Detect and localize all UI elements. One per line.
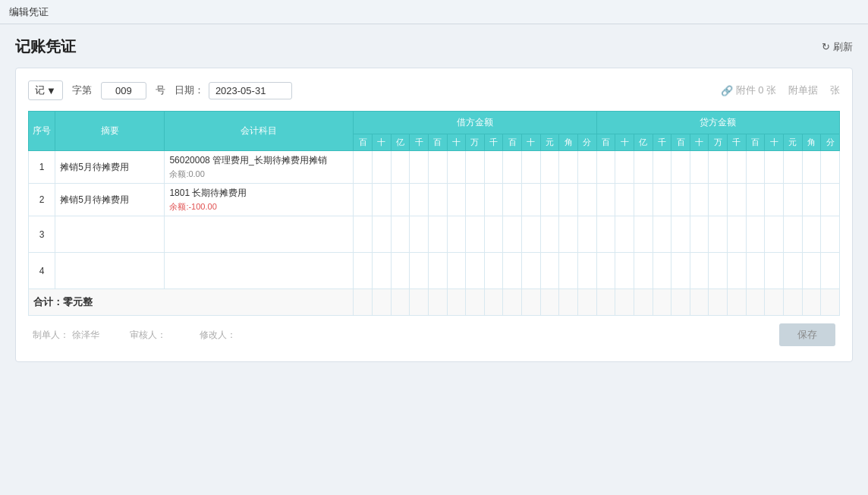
debit-digit-cell[interactable] <box>354 253 373 289</box>
debit-digit-cell[interactable] <box>410 151 429 184</box>
debit-digit-cell[interactable] <box>503 253 522 289</box>
credit-digit-cell[interactable] <box>615 151 634 184</box>
credit-digit-cell[interactable] <box>615 184 634 216</box>
credit-digit-cell[interactable] <box>709 151 728 184</box>
credit-digit-cell[interactable] <box>746 151 765 184</box>
debit-digit-cell[interactable] <box>466 253 485 289</box>
debit-digit-cell[interactable] <box>466 151 485 184</box>
debit-digit-cell[interactable] <box>484 253 503 289</box>
debit-digit-cell[interactable] <box>447 216 466 253</box>
debit-digit-cell[interactable] <box>410 216 429 253</box>
debit-digit-cell[interactable] <box>522 184 541 216</box>
credit-digit-cell[interactable] <box>765 151 784 184</box>
voucher-type-button[interactable]: 记 ▼ <box>28 80 63 100</box>
debit-digit-cell[interactable] <box>354 184 373 216</box>
credit-digit-cell[interactable] <box>728 184 747 216</box>
cell-account[interactable] <box>165 216 354 253</box>
debit-digit-cell[interactable] <box>577 184 596 216</box>
debit-digit-cell[interactable] <box>354 216 373 253</box>
debit-digit-cell[interactable] <box>484 151 503 184</box>
credit-digit-cell[interactable] <box>615 216 634 253</box>
credit-digit-cell[interactable] <box>746 216 765 253</box>
debit-digit-cell[interactable] <box>484 184 503 216</box>
cell-summary[interactable]: 摊销5月待摊费用 <box>55 184 165 216</box>
credit-digit-cell[interactable] <box>690 184 709 216</box>
credit-digit-cell[interactable] <box>765 184 784 216</box>
debit-digit-cell[interactable] <box>466 184 485 216</box>
credit-digit-cell[interactable] <box>634 216 653 253</box>
credit-digit-cell[interactable] <box>671 253 690 289</box>
credit-digit-cell[interactable] <box>690 216 709 253</box>
debit-digit-cell[interactable] <box>503 151 522 184</box>
save-button[interactable]: 保存 <box>779 323 835 346</box>
debit-digit-cell[interactable] <box>372 151 391 184</box>
credit-digit-cell[interactable] <box>728 216 747 253</box>
credit-digit-cell[interactable] <box>709 216 728 253</box>
cell-account[interactable]: 1801 长期待摊费用余额:-100.00 <box>165 184 354 216</box>
credit-digit-cell[interactable] <box>634 253 653 289</box>
credit-digit-cell[interactable] <box>784 216 803 253</box>
debit-digit-cell[interactable] <box>391 184 410 216</box>
cell-summary[interactable]: 摊销5月待摊费用 <box>55 151 165 184</box>
voucher-number-input[interactable] <box>101 82 146 99</box>
credit-digit-cell[interactable] <box>821 253 840 289</box>
debit-digit-cell[interactable] <box>391 216 410 253</box>
credit-digit-cell[interactable] <box>784 253 803 289</box>
credit-digit-cell[interactable] <box>634 184 653 216</box>
debit-digit-cell[interactable] <box>522 216 541 253</box>
debit-digit-cell[interactable] <box>540 184 559 216</box>
debit-digit-cell[interactable] <box>410 184 429 216</box>
debit-digit-cell[interactable] <box>540 253 559 289</box>
debit-digit-cell[interactable] <box>559 184 578 216</box>
credit-digit-cell[interactable] <box>653 151 671 184</box>
credit-digit-cell[interactable] <box>596 253 615 289</box>
credit-digit-cell[interactable] <box>690 253 709 289</box>
credit-digit-cell[interactable] <box>746 184 765 216</box>
credit-digit-cell[interactable] <box>634 151 653 184</box>
date-input[interactable] <box>209 82 292 99</box>
debit-digit-cell[interactable] <box>540 216 559 253</box>
debit-digit-cell[interactable] <box>577 216 596 253</box>
debit-digit-cell[interactable] <box>503 184 522 216</box>
debit-digit-cell[interactable] <box>559 216 578 253</box>
cell-account[interactable]: 56020008 管理费用_长期待摊费用摊销余额:0.00 <box>165 151 354 184</box>
debit-digit-cell[interactable] <box>428 151 447 184</box>
credit-digit-cell[interactable] <box>671 216 690 253</box>
cell-summary[interactable] <box>55 253 165 289</box>
credit-digit-cell[interactable] <box>821 151 840 184</box>
credit-digit-cell[interactable] <box>728 253 747 289</box>
credit-digit-cell[interactable] <box>765 216 784 253</box>
credit-digit-cell[interactable] <box>784 184 803 216</box>
debit-digit-cell[interactable] <box>466 216 485 253</box>
debit-digit-cell[interactable] <box>428 216 447 253</box>
debit-digit-cell[interactable] <box>447 253 466 289</box>
debit-digit-cell[interactable] <box>577 151 596 184</box>
debit-digit-cell[interactable] <box>372 184 391 216</box>
credit-digit-cell[interactable] <box>671 184 690 216</box>
credit-digit-cell[interactable] <box>802 216 821 253</box>
credit-digit-cell[interactable] <box>653 216 671 253</box>
debit-digit-cell[interactable] <box>522 253 541 289</box>
credit-digit-cell[interactable] <box>596 216 615 253</box>
cell-account[interactable] <box>165 253 354 289</box>
credit-digit-cell[interactable] <box>821 216 840 253</box>
credit-digit-cell[interactable] <box>709 184 728 216</box>
credit-digit-cell[interactable] <box>709 253 728 289</box>
debit-digit-cell[interactable] <box>391 253 410 289</box>
debit-digit-cell[interactable] <box>559 151 578 184</box>
debit-digit-cell[interactable] <box>428 184 447 216</box>
credit-digit-cell[interactable] <box>728 151 747 184</box>
debit-digit-cell[interactable] <box>372 216 391 253</box>
debit-digit-cell[interactable] <box>410 253 429 289</box>
credit-digit-cell[interactable] <box>802 253 821 289</box>
debit-digit-cell[interactable] <box>447 184 466 216</box>
debit-digit-cell[interactable] <box>391 151 410 184</box>
debit-digit-cell[interactable] <box>484 216 503 253</box>
credit-digit-cell[interactable] <box>802 151 821 184</box>
attachment-button[interactable]: 🔗 附件 0 张 <box>721 84 776 97</box>
debit-digit-cell[interactable] <box>540 151 559 184</box>
cell-summary[interactable] <box>55 216 165 253</box>
credit-digit-cell[interactable] <box>802 184 821 216</box>
credit-digit-cell[interactable] <box>671 151 690 184</box>
debit-digit-cell[interactable] <box>522 151 541 184</box>
